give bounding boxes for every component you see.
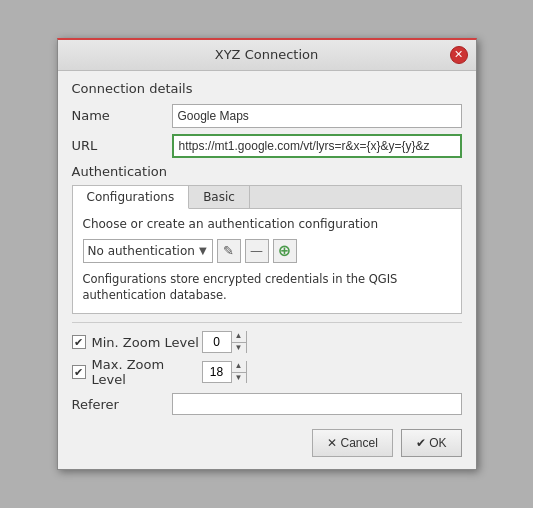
min-zoom-input[interactable]	[203, 335, 231, 349]
tab-configurations[interactable]: Configurations	[73, 186, 190, 209]
tab-bar: Configurations Basic	[73, 186, 461, 209]
auth-config-desc: Configurations store encrypted credentia…	[83, 271, 451, 303]
chevron-down-icon: ▼	[199, 245, 207, 256]
min-zoom-spinbox: ▲ ▼	[202, 331, 247, 353]
max-zoom-spinbox: ▲ ▼	[202, 361, 247, 383]
min-zoom-row: ✔ Min. Zoom Level ▲ ▼	[72, 331, 462, 353]
dialog-body: Connection details Name URL Authenticati…	[58, 71, 476, 469]
min-zoom-spinbox-buttons: ▲ ▼	[231, 331, 246, 353]
edit-icon: ✎	[223, 243, 234, 258]
dialog-title: XYZ Connection	[84, 47, 450, 62]
auth-config-subtitle: Choose or create an authentication confi…	[83, 217, 451, 231]
cancel-button[interactable]: ✕ Cancel	[312, 429, 393, 457]
min-zoom-label: Min. Zoom Level	[92, 335, 202, 350]
max-zoom-row: ✔ Max. Zoom Level ▲ ▼	[72, 357, 462, 387]
auth-config-row: No authentication ▼ ✎ — ⊕	[83, 239, 451, 263]
name-row: Name	[72, 104, 462, 128]
url-row: URL	[72, 134, 462, 158]
section-title: Connection details	[72, 81, 462, 96]
min-zoom-down-button[interactable]: ▼	[232, 343, 246, 354]
remove-auth-button[interactable]: —	[245, 239, 269, 263]
edit-auth-button[interactable]: ✎	[217, 239, 241, 263]
tab-basic[interactable]: Basic	[189, 186, 250, 208]
tab-configurations-content: Choose or create an authentication confi…	[73, 209, 461, 313]
dialog-window: XYZ Connection ✕ Connection details Name…	[57, 38, 477, 470]
referer-input[interactable]	[172, 393, 462, 415]
max-zoom-input[interactable]	[203, 365, 231, 379]
auth-label: Authentication	[72, 164, 462, 179]
titlebar: XYZ Connection ✕	[58, 40, 476, 71]
zoom-fields: ✔ Min. Zoom Level ▲ ▼ ✔ Max. Zoom Level	[72, 331, 462, 387]
max-zoom-down-button[interactable]: ▼	[232, 373, 246, 384]
max-zoom-checkbox[interactable]: ✔	[72, 365, 86, 379]
auth-tab-container: Configurations Basic Choose or create an…	[72, 185, 462, 314]
plus-icon: ⊕	[278, 241, 291, 260]
remove-icon: —	[250, 243, 263, 258]
max-zoom-spinbox-buttons: ▲ ▼	[231, 361, 246, 383]
name-input[interactable]	[172, 104, 462, 128]
ok-button[interactable]: ✔ OK	[401, 429, 462, 457]
close-button[interactable]: ✕	[450, 46, 468, 64]
button-row: ✕ Cancel ✔ OK	[72, 425, 462, 457]
auth-select-dropdown[interactable]: No authentication ▼	[83, 239, 213, 263]
min-zoom-checkbox[interactable]: ✔	[72, 335, 86, 349]
name-label: Name	[72, 108, 172, 123]
referer-label: Referer	[72, 397, 172, 412]
add-auth-button[interactable]: ⊕	[273, 239, 297, 263]
url-label: URL	[72, 138, 172, 153]
url-input[interactable]	[172, 134, 462, 158]
referer-row: Referer	[72, 393, 462, 415]
max-zoom-up-button[interactable]: ▲	[232, 361, 246, 373]
separator	[72, 322, 462, 323]
max-zoom-label: Max. Zoom Level	[92, 357, 202, 387]
auth-select-label: No authentication	[88, 244, 195, 258]
min-zoom-up-button[interactable]: ▲	[232, 331, 246, 343]
